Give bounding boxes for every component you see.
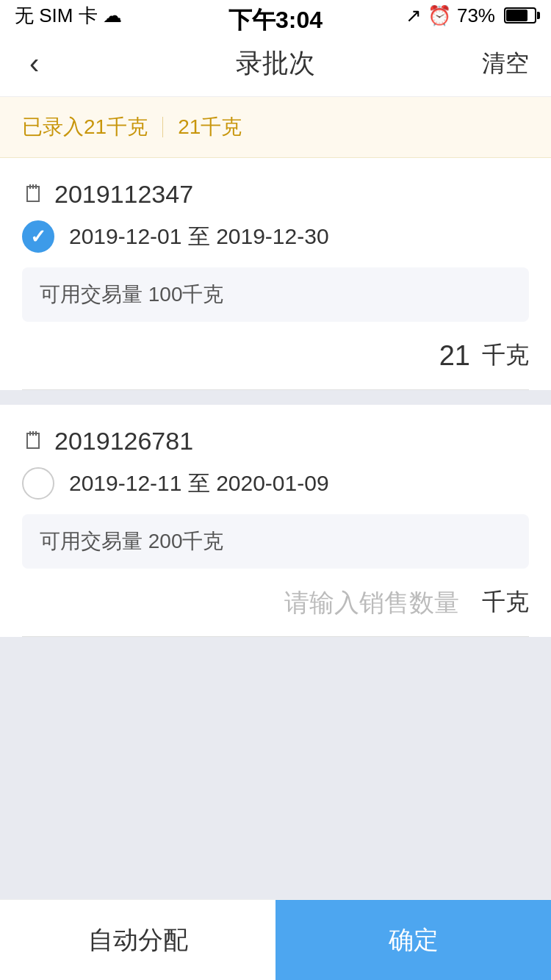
info-banner: 已录入21千克 21千克 bbox=[0, 97, 551, 158]
status-bar: 无 SIM 卡 ☁ 下午3:04 ↗ ⏰ 73% bbox=[0, 0, 551, 31]
batch2-card: 🗒 2019126781 ✓ 2019-12-11 至 2020-01-09 可… bbox=[0, 405, 551, 637]
batch1-id-row: 🗒 2019112347 bbox=[22, 180, 529, 209]
doc-icon-1: 🗒 bbox=[22, 181, 46, 208]
batch1-date-row: ✓ 2019-12-01 至 2019-12-30 bbox=[22, 220, 529, 253]
checkmark-icon-2: ✓ bbox=[30, 472, 46, 495]
batch1-availability: 可用交易量 100千克 bbox=[22, 267, 529, 322]
batch1-card: 🗒 2019112347 ✓ 2019-12-01 至 2019-12-30 可… bbox=[0, 158, 551, 390]
sim-label: 无 SIM 卡 ☁ bbox=[15, 3, 122, 29]
clear-button[interactable]: 清空 bbox=[482, 48, 529, 80]
status-right: ↗ ⏰ 73% bbox=[406, 4, 536, 27]
location-icon: ↗ bbox=[406, 4, 422, 27]
battery-percent: 73% bbox=[457, 4, 495, 27]
batch2-id-row: 🗒 2019126781 bbox=[22, 427, 529, 455]
status-left: 无 SIM 卡 ☁ bbox=[15, 3, 122, 29]
info-divider bbox=[162, 117, 163, 137]
batch2-availability: 可用交易量 200千克 bbox=[22, 514, 529, 569]
auto-distribute-button[interactable]: 自动分配 bbox=[0, 900, 276, 980]
nav-bar: ‹ 录批次 清空 bbox=[0, 31, 551, 97]
batch1-amount-row: 21 千克 bbox=[22, 322, 529, 372]
batch2-date: 2019-12-11 至 2020-01-09 bbox=[69, 469, 329, 499]
recorded-value: 21千克 bbox=[178, 113, 242, 141]
back-button[interactable]: ‹ bbox=[22, 40, 46, 87]
doc-icon-2: 🗒 bbox=[22, 428, 46, 455]
batch1-id: 2019112347 bbox=[54, 180, 193, 209]
recorded-label: 已录入21千克 bbox=[22, 113, 148, 141]
batch2-unit: 千克 bbox=[482, 586, 529, 619]
batch2-date-row: ✓ 2019-12-11 至 2020-01-09 bbox=[22, 467, 529, 500]
batch1-checkbox[interactable]: ✓ bbox=[22, 220, 54, 253]
batch1-unit: 千克 bbox=[482, 339, 529, 372]
section-gap bbox=[0, 390, 551, 405]
batch2-id: 2019126781 bbox=[54, 427, 193, 455]
batch1-amount: 21 bbox=[439, 340, 470, 372]
batch2-checkbox[interactable]: ✓ bbox=[22, 467, 54, 500]
battery-icon bbox=[504, 7, 536, 24]
checkmark-icon: ✓ bbox=[30, 226, 46, 248]
bottom-bar: 自动分配 确定 bbox=[0, 899, 551, 980]
batch2-input-row: 千克 bbox=[22, 569, 529, 619]
quantity-input[interactable] bbox=[250, 588, 470, 617]
page-title: 录批次 bbox=[236, 46, 315, 82]
batch1-date: 2019-12-01 至 2019-12-30 bbox=[69, 222, 329, 252]
alarm-icon: ⏰ bbox=[428, 4, 451, 27]
confirm-button[interactable]: 确定 bbox=[276, 900, 551, 980]
